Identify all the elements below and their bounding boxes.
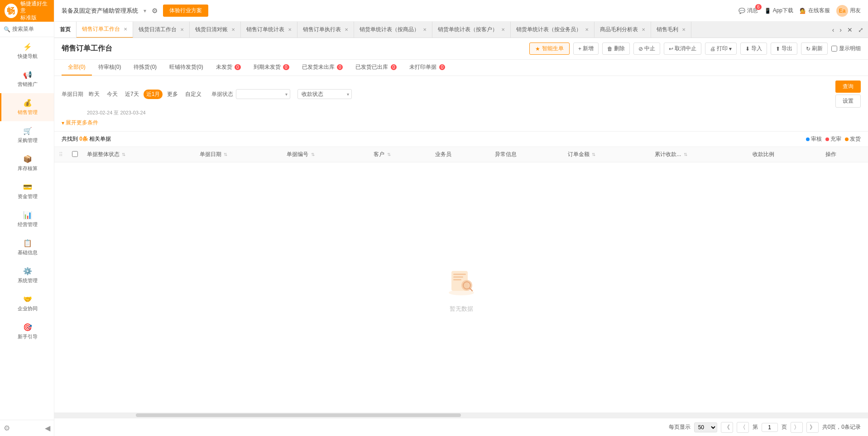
sub-tab-wangpu[interactable]: 旺铺待发货(0) [163, 60, 210, 76]
date-more[interactable]: 更多 [164, 90, 181, 99]
select-all-checkbox[interactable] [72, 151, 78, 157]
scroll-thumb[interactable] [136, 413, 461, 417]
cancel-review-action-btn[interactable]: 充审 [825, 135, 841, 143]
tab-close-cash-daily[interactable]: ✕ [180, 27, 184, 32]
date-1month[interactable]: 近1月 [144, 90, 163, 99]
last-page-btn[interactable]: 》 [806, 422, 819, 433]
not-shipped-badge: 0 [235, 64, 241, 70]
topbar-caret-icon[interactable]: ▾ [144, 8, 146, 14]
sub-tab-shipped-not-out[interactable]: 已发货未出库 0 [296, 60, 350, 76]
sidebar-item-quick-nav[interactable]: ⚡ 快捷导航 [0, 37, 54, 65]
sub-tab-shipped-out[interactable]: 已发货已出库 0 [349, 60, 403, 76]
solution-button[interactable]: 体验行业方案 [163, 5, 208, 17]
date-custom[interactable]: 自定义 [182, 90, 204, 99]
sidebar-item-sales[interactable]: 💰 销售管理 [0, 93, 54, 121]
sort-collected-icon[interactable]: ⇅ [684, 152, 687, 157]
online-service-btn[interactable]: 💁 在线客服 [800, 7, 830, 14]
table-scroll-container[interactable]: ⠿ 单据整体状态 ⇅ 单据日期 ⇅ [54, 147, 868, 412]
tab-close-all-btn[interactable]: ✕ [845, 25, 854, 34]
export-button[interactable]: ⬆ 导出 [771, 43, 797, 55]
add-button[interactable]: + 新增 [573, 43, 599, 55]
expand-filter-button[interactable]: ▾ 展开更多条件 [62, 119, 98, 127]
tab-close-gross-analysis[interactable]: ✕ [642, 27, 645, 32]
app-download-btn[interactable]: 📱 App下载 [764, 7, 793, 14]
empty-illustration [443, 262, 480, 299]
next-page-btn[interactable]: 〉 [791, 422, 803, 433]
sort-date-icon[interactable]: ⇅ [224, 152, 227, 157]
sub-tab-not-printed[interactable]: 未打印单据 0 [403, 60, 451, 76]
prev-page-btn[interactable]: 〈 [737, 422, 749, 433]
page-size-select[interactable]: 50 10 20 100 [694, 422, 717, 432]
sidebar-item-coop[interactable]: 🤝 企业协同 [0, 289, 54, 318]
sidebar-item-purchase[interactable]: 🛒 采购管理 [0, 121, 54, 149]
tab-close-cash-reconcile[interactable]: ✕ [231, 27, 235, 32]
tab-cash-reconcile[interactable]: 钱货日清对账 ✕ [190, 22, 241, 38]
sidebar-item-basic[interactable]: 📋 基础信息 [0, 233, 54, 261]
sort-customer-icon[interactable]: ⇅ [387, 152, 391, 157]
payment-select[interactable]: 收款状态 [297, 89, 352, 99]
tab-close-sales-stat[interactable]: ✕ [288, 27, 292, 32]
status-select[interactable] [236, 89, 290, 99]
delete-button[interactable]: 🗑 删除 [602, 43, 630, 55]
date-yesterday[interactable]: 昨天 [86, 90, 102, 99]
tab-close-goods-stat-customer[interactable]: ✕ [501, 27, 505, 32]
tab-goods-stat-staff[interactable]: 销货单统计表（按业务员） ✕ [511, 22, 595, 38]
sidebar-item-operation[interactable]: 📊 经营管理 [0, 205, 54, 233]
horizontal-scrollbar[interactable] [54, 412, 868, 418]
status-filter: 单据状态 [211, 89, 290, 99]
cancel-stop-button[interactable]: ↩ 取消中止 [664, 43, 701, 55]
query-button[interactable]: 查询 [835, 81, 861, 93]
sidebar-item-system[interactable]: ⚙️ 系统管理 [0, 261, 54, 289]
sidebar-item-finance[interactable]: 💳 资金管理 [0, 177, 54, 205]
collapse-icon[interactable]: ◀ [45, 424, 50, 432]
tab-goods-stat-customer[interactable]: 销货单统计表（按客户） ✕ [432, 22, 511, 38]
sort-status-icon[interactable]: ⇅ [122, 152, 125, 157]
settings-icon[interactable]: ⚙ [4, 424, 10, 432]
review-action-btn[interactable]: 审核 [806, 135, 822, 143]
sidebar-item-guide[interactable]: 🎯 新手引导 [0, 318, 54, 346]
sub-tab-pending-pickup[interactable]: 待拣货(0) [127, 60, 163, 76]
show-detail-input[interactable] [831, 46, 837, 52]
tab-sales-huo[interactable]: 销售毛利 ✕ [651, 22, 691, 38]
sidebar-item-inventory[interactable]: 📦 库存核算 [0, 149, 54, 177]
message-icon-btn[interactable]: 💬 消息 6 [739, 7, 758, 14]
date-7days[interactable]: 近7天 [122, 90, 142, 99]
tab-goods-stat-product[interactable]: 销货单统计表（按商品） ✕ [354, 22, 432, 38]
tab-home[interactable]: 首页 [54, 22, 77, 38]
tab-gross-analysis[interactable]: 商品毛利分析表 ✕ [595, 22, 651, 38]
tab-expand-btn[interactable]: ⤢ [856, 25, 865, 34]
user-area[interactable]: Ea 用友 [836, 5, 861, 17]
ship-action-btn[interactable]: 发货 [845, 135, 861, 143]
tab-cash-daily[interactable]: 钱货日清工作台 ✕ [133, 22, 190, 38]
sidebar-search[interactable]: 🔍 搜索菜单 [0, 22, 54, 37]
sort-number-icon[interactable]: ⇅ [311, 152, 315, 157]
tab-close-goods-stat-product[interactable]: ✕ [423, 27, 427, 32]
sub-tab-expired-not-shipped[interactable]: 到期未发货 0 [247, 60, 296, 76]
sort-amount-icon[interactable]: ⇅ [592, 152, 595, 157]
sidebar-item-marketing[interactable]: 📢 营销推广 [0, 65, 54, 93]
page-input[interactable] [762, 423, 778, 432]
tab-close-sales-workbench[interactable]: ✕ [124, 27, 127, 32]
first-page-btn[interactable]: 《 [721, 422, 733, 433]
import-button[interactable]: ⬇ 导入 [740, 43, 767, 55]
stop-button[interactable]: ⊘ 中止 [633, 43, 660, 55]
sub-tab-all[interactable]: 全部(0) [62, 60, 92, 76]
setting-button[interactable]: 设置 [835, 95, 861, 108]
sub-tab-not-shipped[interactable]: 未发货 0 [210, 60, 247, 76]
show-detail-checkbox[interactable]: 显示明细 [831, 45, 861, 52]
tab-sales-exec[interactable]: 销售订单执行表 ✕ [297, 22, 354, 38]
print-button[interactable]: 🖨 打印 ▾ [705, 43, 737, 55]
tab-sales-workbench[interactable]: 销售订单工作台 ✕ [77, 22, 133, 38]
tab-close-sales-exec[interactable]: ✕ [345, 27, 348, 32]
tab-prev-btn[interactable]: ‹ [830, 25, 836, 34]
tab-sales-stat[interactable]: 销售订单统计表 ✕ [241, 22, 297, 38]
refresh-button[interactable]: ↻ 刷新 [801, 43, 828, 55]
tab-close-sales-huo[interactable]: ✕ [682, 27, 686, 32]
date-today[interactable]: 今天 [104, 90, 120, 99]
sub-tab-pending-review[interactable]: 待审核(0) [92, 60, 128, 76]
tab-next-btn[interactable]: › [838, 25, 844, 34]
smart-order-button[interactable]: ★ 智能生单 [529, 43, 570, 55]
tab-close-goods-stat-staff[interactable]: ✕ [585, 27, 589, 32]
filter-right-actions: 查询 设置 [835, 81, 861, 108]
topbar-settings-icon[interactable]: ⚙ [152, 7, 158, 15]
